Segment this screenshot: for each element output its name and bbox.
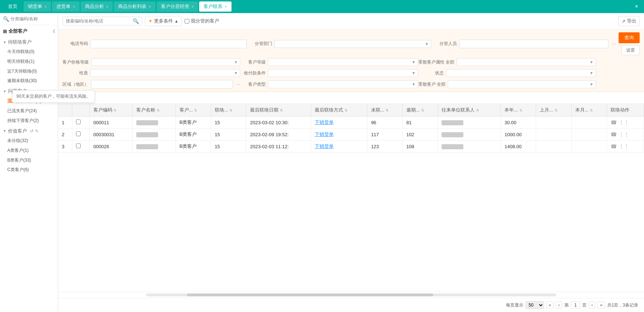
th-contact-person[interactable]: 往来单位联系人 ⇅ <box>438 104 501 117</box>
sidebar-search-input[interactable] <box>11 16 58 21</box>
cell-last-method-2[interactable]: 下销货单 <box>311 141 367 153</box>
last-method-link-2[interactable]: 下销货单 <box>315 143 334 149</box>
main-search-icon[interactable]: 🔍 <box>133 18 139 24</box>
filter-status-select[interactable]: ▼ <box>446 69 596 77</box>
main-search-input[interactable] <box>66 19 131 24</box>
th-last-month[interactable]: 上月... ⇅ <box>536 104 571 117</box>
filter-cust-grade-select[interactable]: ▼ <box>268 58 418 66</box>
last-method-link-1[interactable]: 下销货单 <box>315 131 334 137</box>
filter-region-input[interactable] <box>91 80 233 89</box>
search-input-wrap: 🔍 <box>63 17 142 25</box>
filter-cust-type-select[interactable]: ▼ <box>268 80 418 88</box>
row-checkbox-0[interactable] <box>76 119 81 124</box>
more-icon-0[interactable]: ⋮⋮ <box>619 119 629 125</box>
th-last-date[interactable]: 最后联络日期 ⇅ <box>246 104 311 117</box>
filter-scattered-label: 零散客户 全部 <box>418 81 446 88</box>
cell-contact-2: 15 <box>211 141 246 153</box>
query-button[interactable]: 查询 <box>619 32 640 43</box>
prev-page-button[interactable]: ‹ <box>556 301 562 309</box>
filter-dept-select[interactable]: ▼ <box>274 40 431 48</box>
filter-region-more[interactable]: ··· <box>237 82 240 87</box>
tab-sales[interactable]: 销货单 × <box>24 1 51 12</box>
sidebar-item-a-class[interactable]: A类客户(1) <box>0 146 58 155</box>
contact-icon-1[interactable]: ☎ <box>611 131 617 137</box>
sidebar-item-today[interactable]: 今天待联络(0) <box>0 47 58 57</box>
sidebar-section-value[interactable]: ▼ 价值客户 ↺ ✎ <box>0 126 58 136</box>
tab-analysis[interactable]: 商品分析 × <box>81 1 113 12</box>
tab-purchase[interactable]: 进货单 × <box>52 1 79 12</box>
filter-payment-select[interactable]: ▼ <box>268 69 418 77</box>
chevron-down-icon5: ▼ <box>234 71 238 75</box>
sidebar-all-customers[interactable]: ⊞ 全部客户 《 <box>0 25 58 37</box>
tab-analysis-list-close[interactable]: × <box>149 4 151 9</box>
horizontal-scrollbar-thumb[interactable] <box>187 293 433 296</box>
th-uncontacted[interactable]: 未联... ⇅ <box>367 104 402 117</box>
per-page-select[interactable]: 50 100 200 <box>526 301 544 309</box>
per-page-label: 每页显示 <box>506 302 523 308</box>
tab-sales-close[interactable]: × <box>44 4 47 9</box>
filter-scattered-attr-select[interactable]: ▼ <box>456 58 596 66</box>
cell-last-method-0[interactable]: 下销货单 <box>311 117 367 129</box>
filter-manager-input[interactable] <box>459 40 608 48</box>
more-icon-1[interactable]: ⋮⋮ <box>619 131 629 137</box>
my-customers-label[interactable]: 我分管的客户 <box>185 18 219 24</box>
home-tab[interactable]: 首页 <box>3 0 23 13</box>
tab-analysis-list[interactable]: 商品分析列表 × <box>114 1 155 12</box>
tab-customer-contact[interactable]: 客户联系 × <box>199 1 231 12</box>
filter-phone-label: 电话号码 <box>63 41 88 47</box>
filter-more-btn[interactable]: ▼ 更多条件 ▲ <box>145 16 182 26</box>
edit-icon[interactable]: ✎ <box>35 129 39 134</box>
row-checkbox-2[interactable] <box>76 143 81 148</box>
setting-button[interactable]: 设置 <box>621 45 640 55</box>
sidebar-item-overdue[interactable]: 逾期未联络(30) <box>0 76 58 86</box>
filter-row-2: 客户价格等级 ▼ 客户等级 ▼ 零散客户属性 全部 <box>63 58 640 66</box>
th-this-month[interactable]: 本月... ⇅ <box>571 104 607 117</box>
th-last-method[interactable]: 最后联络方式 ⇅ <box>311 104 367 117</box>
filter-scattered-select[interactable]: ▼ <box>448 80 596 88</box>
sidebar-item-7days[interactable]: 近7天待联络(0) <box>0 66 58 76</box>
tab-customer-contact-close[interactable]: × <box>225 4 227 9</box>
cell-last-method-1[interactable]: 下销货单 <box>311 129 367 141</box>
cell-checkbox-1[interactable] <box>72 129 90 141</box>
sidebar-section-value-label: 价值客户 <box>8 128 27 134</box>
sidebar-item-churned[interactable]: 已流失客户(24) <box>0 106 58 116</box>
row-checkbox-1[interactable] <box>76 131 81 136</box>
more-icon-2[interactable]: ⋮⋮ <box>619 143 629 149</box>
my-customers-checkbox[interactable] <box>185 19 189 24</box>
horizontal-scrollbar[interactable] <box>146 293 556 296</box>
last-method-link-0[interactable]: 下销货单 <box>315 119 334 125</box>
sidebar-item-declining[interactable]: 持续下滑客户(2) <box>0 116 58 126</box>
export-button[interactable]: ↗ 导出 <box>618 16 640 26</box>
filter-phone-input[interactable] <box>90 40 247 48</box>
sidebar-item-b-class[interactable]: B类客户(33) <box>0 155 58 165</box>
filter-price-grade-select[interactable]: ▼ <box>91 58 240 66</box>
sidebar-item-c-class[interactable]: C类客户(6) <box>0 165 58 175</box>
last-page-button[interactable]: » <box>597 301 605 309</box>
tab-customer-layer-close[interactable]: × <box>192 4 194 9</box>
tab-analysis-close[interactable]: × <box>106 4 108 9</box>
refresh-icon[interactable]: ↺ <box>30 129 33 134</box>
tab-purchase-close[interactable]: × <box>73 4 75 9</box>
filter-nature-select[interactable]: ▼ <box>90 69 240 77</box>
th-this-year[interactable]: 本年... ⇅ <box>501 104 536 117</box>
first-page-button[interactable]: « <box>546 301 554 309</box>
filter-price-grade: 客户价格等级 ▼ <box>63 58 240 66</box>
sidebar-item-ungroup[interactable]: 未分组(32) <box>0 136 58 146</box>
contact-icon-2[interactable]: ☎ <box>611 143 617 149</box>
th-code[interactable]: 客户编码 ⇅ <box>89 104 132 117</box>
contact-icon-0[interactable]: ☎ <box>611 119 617 125</box>
cell-last-date-1: 2023-02-09 19:52: <box>246 129 311 141</box>
th-contact-count[interactable]: 联络... ⇅ <box>211 104 246 117</box>
cell-checkbox-2[interactable] <box>72 141 90 153</box>
next-page-button[interactable]: › <box>589 301 595 309</box>
th-type[interactable]: 客户... ⇅ <box>176 104 211 117</box>
sidebar-item-tomorrow[interactable]: 明天待联络(1) <box>0 57 58 66</box>
th-name[interactable]: 客户名称 ⇅ <box>133 104 176 117</box>
tab-customer-layer[interactable]: 客户分层经营 × <box>157 1 198 12</box>
sidebar-section-pending[interactable]: ▼ 待联络客户 <box>0 37 58 47</box>
cell-checkbox-0[interactable] <box>72 117 90 129</box>
window-close-button[interactable]: × <box>632 3 641 10</box>
chevron-down-icon8: ▼ <box>412 82 416 86</box>
th-overdue[interactable]: 逾期... ⇅ <box>403 104 438 117</box>
filter-manager-more[interactable]: ··· <box>612 41 616 46</box>
